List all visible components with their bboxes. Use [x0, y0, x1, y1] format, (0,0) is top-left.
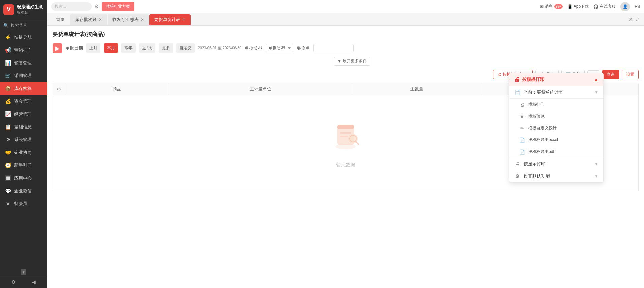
- date-btn-this-month[interactable]: 本月: [104, 43, 118, 53]
- operations-icon: 📈: [5, 111, 11, 117]
- template-print-icon: 🖨: [519, 102, 525, 107]
- dropdown-item-template-custom[interactable]: ✏ 模板自定义设计: [509, 122, 603, 134]
- window-maximize-btn[interactable]: ⤢: [636, 16, 640, 23]
- online-service-btn[interactable]: 🎧 在线客服: [593, 4, 616, 9]
- settings-btn[interactable]: 设置: [622, 70, 639, 79]
- sidebar-item-inventory[interactable]: 📦 库存核算: [0, 82, 47, 95]
- sidebar-nav: ⚡ 快捷导航 📢 营销推广 📊 销售管理 🛒 采购管理 📦 库存核算 💰 资金管…: [0, 31, 47, 269]
- guide-icon: 🧭: [5, 162, 11, 168]
- sidebar-item-label: 采购管理: [14, 73, 42, 79]
- dropdown-item-export-pdf[interactable]: 📄 按模板导出pdf: [509, 146, 603, 158]
- sidebar-scroll-down[interactable]: ▼: [21, 269, 26, 275]
- user-avatar[interactable]: 👤: [620, 2, 630, 11]
- tab-order-stat-close[interactable]: ✕: [182, 17, 186, 22]
- print-icon: 🖨: [497, 72, 501, 77]
- sidebar-item-guide[interactable]: 🧭 新手引导: [0, 159, 47, 172]
- sidebar-item-basics[interactable]: 📋 基础信息: [0, 121, 47, 133]
- tab-collect-export-label: 收发存汇总表: [112, 17, 139, 23]
- tab-batch-account-label: 库存批次账: [75, 17, 97, 23]
- dropdown-item-set-default[interactable]: ⚙ 设置默认功能 ▼: [509, 170, 603, 182]
- sidebar-item-label: 快捷导航: [14, 34, 42, 40]
- sidebar-item-finance[interactable]: 💰 资金管理: [0, 95, 47, 108]
- settings-footer-btn[interactable]: ⚙: [11, 279, 16, 285]
- sidebar-item-appstore[interactable]: 🔲 应用中心: [0, 172, 47, 185]
- query-btn[interactable]: 查询: [602, 70, 619, 79]
- tab-batch-account[interactable]: 库存批次账 ✕: [70, 14, 107, 25]
- template-custom-icon: ✏: [519, 126, 525, 131]
- svg-rect-2: [337, 125, 354, 129]
- notifications-label: 消息: [545, 4, 553, 9]
- sidebar-item-label: 营销推广: [14, 47, 42, 53]
- global-search-box[interactable]: 搜索...: [51, 2, 92, 11]
- date-btn-this-year[interactable]: 本年: [121, 43, 136, 53]
- sidebar-item-marketing[interactable]: 📢 营销推广: [0, 44, 47, 57]
- sidebar-item-wechat[interactable]: 💬 企业微信: [0, 185, 47, 197]
- date-btn-more[interactable]: 更多: [159, 43, 173, 53]
- tab-collect-export[interactable]: 收发存汇总表 ✕: [108, 14, 149, 25]
- tab-home[interactable]: 首页: [51, 14, 69, 25]
- user-name: Rit: [635, 4, 640, 9]
- window-controls: ✕ ⤢: [628, 16, 640, 23]
- notifications-btn[interactable]: ✉ 消息 99+: [540, 4, 563, 9]
- sidebar-item-system[interactable]: ⚙ 系统管理: [0, 133, 47, 146]
- date-btn-custom[interactable]: 自定义: [176, 43, 195, 53]
- empty-text: 暂无数据: [336, 162, 355, 168]
- wechat-icon: 💬: [5, 188, 11, 194]
- empty-illustration: [329, 118, 362, 158]
- date-range-display: 2023-06-01 至 2023-06-30: [198, 45, 242, 51]
- sidebar-item-label: 资金管理: [14, 98, 42, 104]
- date-filter-label: 单据日期: [65, 45, 83, 51]
- system-icon: ⚙: [5, 137, 11, 143]
- dropdown-close-btn[interactable]: ▲: [594, 77, 598, 82]
- sidebar-item-vip[interactable]: V 畅会员: [0, 197, 47, 210]
- date-btn-prev-month[interactable]: 上月: [86, 43, 100, 53]
- date-btn-last7days[interactable]: 近7天: [139, 43, 155, 53]
- dropdown-item-export-excel[interactable]: 📄 按模板导出excel: [509, 134, 603, 146]
- sidebar-item-label: 系统管理: [14, 137, 42, 143]
- tab-order-stat-label: 要货单统计表: [154, 17, 180, 23]
- app-brand: 畅康通好生意: [17, 4, 43, 10]
- sidebar-search[interactable]: 🔍 搜索菜单: [0, 20, 47, 31]
- dropdown-item-current[interactable]: 📄 当前：要货单统计表 ▼: [509, 86, 603, 98]
- order-goods-input[interactable]: [313, 44, 354, 52]
- template-print-label: 模板打印: [528, 102, 545, 107]
- set-default-icon: ⚙: [514, 173, 520, 179]
- home-tab-label: 首页: [56, 17, 65, 23]
- dropdown-header[interactable]: 🖨 按模板打印 ▲: [509, 73, 603, 86]
- sidebar-item-label: 新手引导: [14, 162, 42, 168]
- sidebar-item-shortcuts[interactable]: ⚡ 快捷导航: [0, 31, 47, 44]
- dropdown-item-display-print[interactable]: 🖨 按显示打印 ▼: [509, 158, 603, 170]
- trial-industry-btn[interactable]: 体验行业方案: [102, 2, 134, 11]
- current-arrow-icon: ▼: [594, 90, 598, 95]
- tab-order-stat[interactable]: 要货单统计表 ✕: [149, 14, 191, 25]
- sidebar-item-sales[interactable]: 📊 销售管理: [0, 57, 47, 69]
- message-icon: ✉: [540, 4, 544, 9]
- svg-rect-4: [340, 136, 348, 137]
- header-settings-icon[interactable]: ⚙: [94, 3, 99, 10]
- sidebar-item-operations[interactable]: 📈 经营管理: [0, 108, 47, 121]
- sidebar-item-purchase[interactable]: 🛒 采购管理: [0, 69, 47, 82]
- query-label: 查询: [607, 72, 615, 77]
- current-template-icon: 📄: [514, 90, 520, 95]
- top-header: 搜索... ⚙ 体验行业方案 ✉ 消息 99+ 📱 App下载 🎧 在线客服 👤…: [47, 0, 644, 13]
- collapse-footer-btn[interactable]: ◀: [32, 279, 36, 285]
- purchase-icon: 🛒: [5, 73, 11, 79]
- sidebar-item-label: 库存核算: [14, 86, 42, 92]
- tab-batch-account-close[interactable]: ✕: [99, 17, 102, 22]
- export-excel-icon: 📄: [519, 137, 525, 143]
- print-dropdown-panel: 🖨 按模板打印 ▲ 📄 当前：要货单统计表 ▼ 🖨 模板打印 👁 模板预览 ✏: [509, 73, 604, 183]
- filter-bar: 单据日期 上月 本月 本年 近7天 更多 自定义 2023-06-01 至 20…: [65, 43, 639, 53]
- table-col-settings[interactable]: ⚙: [53, 83, 65, 95]
- dropdown-item-template-print[interactable]: 🖨 模板打印: [509, 99, 603, 110]
- tab-collect-export-close[interactable]: ✕: [141, 17, 144, 22]
- sidebar-item-enterprise[interactable]: 🤝 企业协同: [0, 146, 47, 159]
- window-close-btn[interactable]: ✕: [628, 16, 633, 23]
- dropdown-title: 按模板打印: [522, 76, 544, 83]
- expand-more-btn[interactable]: ▼ 展开更多条件: [334, 57, 370, 66]
- app-download-btn[interactable]: 📱 App下载: [567, 4, 589, 9]
- page-content: 要货单统计表(按商品) ▶ 单据日期 上月 本月 本年 近7天 更多 自定义 2…: [47, 26, 644, 288]
- filter-toggle-btn[interactable]: ▶: [53, 43, 62, 53]
- order-type-select[interactable]: 单据类型: [266, 44, 293, 52]
- main-area: 搜索... ⚙ 体验行业方案 ✉ 消息 99+ 📱 App下载 🎧 在线客服 👤…: [47, 0, 644, 288]
- dropdown-item-template-preview[interactable]: 👁 模板预览: [509, 110, 603, 122]
